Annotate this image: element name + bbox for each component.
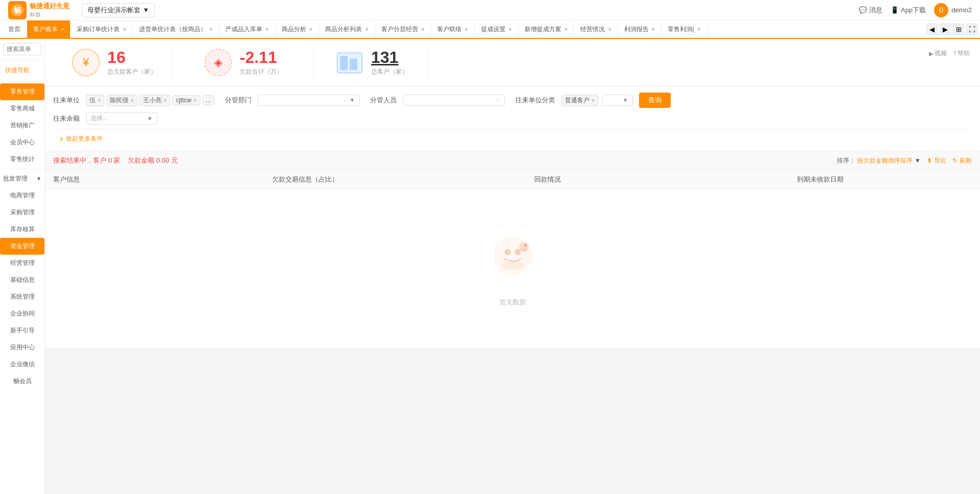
sort-select[interactable]: 排序： 按欠款金额倒序排序 ▼ — [837, 156, 921, 165]
filter-area: 往来单位 伍 × 陈民强 × 王小亮 × cjttcw — [45, 86, 980, 152]
balance-filter-select[interactable]: 选择... ▼ — [86, 112, 157, 125]
tab-purchase-order-stat[interactable]: 采购订单统计表 × — [71, 20, 132, 38]
close-tab-customer-contact[interactable]: × — [465, 26, 468, 32]
tab-customer-capital[interactable]: 客户账本 × — [27, 20, 71, 38]
col-duedate-header: 到期未收款日期 — [797, 175, 972, 184]
tab-product-analysis-list[interactable]: 商品分析列表 × — [319, 20, 375, 38]
sidebar-item-purchase[interactable]: 采购管理 — [0, 204, 44, 221]
remove-tag-wangxl[interactable]: × — [164, 97, 167, 103]
svg-text:◈: ◈ — [214, 56, 223, 68]
sidebar-item-new-guide[interactable]: 新手引导 — [0, 322, 44, 339]
message-button[interactable]: 💬 消息 — [859, 6, 882, 15]
search-input[interactable] — [3, 43, 41, 55]
tab-operations[interactable]: 经营情况 × — [574, 20, 618, 38]
sidebar: 快捷导航 零售管理 零售商城 营销推广 会员中心 零售统计 批发管理 ▼ 电商管… — [0, 39, 45, 494]
close-tab-retail-profit[interactable]: × — [697, 26, 700, 32]
help-button[interactable]: ? 帮助 — [953, 49, 970, 58]
close-tab-operations[interactable]: × — [608, 26, 611, 32]
tab-customer-contact[interactable]: 客户联络 × — [431, 20, 474, 38]
close-tab-profit-report[interactable]: × — [652, 26, 655, 32]
close-tab-promotion-settings[interactable]: × — [509, 26, 512, 32]
tab-fullscreen-button[interactable]: ⛶ — [966, 23, 978, 35]
collapse-button[interactable]: ∧ 收起更多条件 — [53, 132, 972, 145]
close-tab-purchase-order[interactable]: × — [123, 26, 126, 32]
remove-tag-normal-customer[interactable]: × — [591, 97, 595, 103]
main-content: ¥ 16 总欠款客户（家） ◈ -2.11 欠款合计（ — [45, 39, 980, 494]
tab-purchase-stat-product[interactable]: 进货单统计表（按商品） × — [133, 20, 219, 38]
sidebar-item-member-center[interactable]: 会员中心 — [0, 134, 44, 151]
filter-tag-more[interactable]: ... — [202, 95, 215, 105]
sidebar-item-enterprise-collab[interactable]: 企业协同 — [0, 305, 44, 322]
remove-tag-wu[interactable]: × — [98, 97, 101, 103]
sidebar-item-quick-nav[interactable]: 快捷导航 — [2, 63, 42, 78]
sidebar-item-wholesale-mgmt[interactable]: 批发管理 ▼ — [0, 170, 44, 187]
export-button[interactable]: ⬆ 导出 — [927, 156, 946, 165]
close-tab-new-promotion-plan[interactable]: × — [564, 26, 567, 32]
sidebar-item-enterprise-wechat[interactable]: 企业微信 — [0, 356, 44, 373]
close-tab-customer-tier[interactable]: × — [421, 26, 424, 32]
sidebar-item-finance[interactable]: 资金管理 — [0, 238, 44, 255]
tab-retail-profit[interactable]: 零售利润( × — [662, 20, 707, 38]
tab-product-instock[interactable]: 产成品入库单 × — [219, 20, 275, 38]
dept-arrow-icon: ▼ — [349, 97, 355, 104]
sidebar-item-marketing[interactable]: 营销推广 — [0, 117, 44, 134]
refresh-button[interactable]: ↻ 刷新 — [952, 156, 972, 165]
dept-expand-icon: ··· — [342, 97, 347, 104]
filter-tag-wu[interactable]: 伍 × — [86, 95, 104, 106]
unit-type-select[interactable]: ▼ — [602, 95, 633, 106]
filter-tag-cjttcw[interactable]: cjttcw × — [172, 95, 200, 105]
tab-next-button[interactable]: ▶ — [939, 23, 951, 35]
tab-expand-button[interactable]: ⊞ — [952, 23, 965, 35]
person-filter-label: 分管人员 — [370, 96, 397, 105]
stats-help: ▶ 视频 ? 帮助 — [929, 47, 970, 58]
video-help-button[interactable]: ▶ 视频 — [929, 49, 947, 58]
customers-label: 总欠款客户（家） — [107, 68, 156, 76]
app-download-button[interactable]: 📱 App下载 — [891, 6, 926, 15]
sidebar-item-system[interactable]: 系统管理 — [0, 288, 44, 305]
top-bar-right: 💬 消息 📱 App下载 D demo2 — [859, 3, 972, 17]
sidebar-item-basic-info[interactable]: 基础信息 — [0, 272, 44, 288]
query-button[interactable]: 查询 — [639, 93, 671, 108]
tab-new-promotion-plan[interactable]: 新增提成方案 × — [518, 20, 574, 38]
stats-header: ¥ 16 总欠款客户（家） ◈ -2.11 欠款合计（ — [45, 39, 980, 86]
svg-point-11 — [505, 249, 511, 255]
avatar: D — [934, 3, 948, 17]
sort-arrow-icon: ▼ — [915, 157, 921, 164]
sidebar-item-operations-mgmt[interactable]: 经营管理 — [0, 255, 44, 272]
filter-tag-normal-customer[interactable]: 普通客户 × — [561, 95, 598, 106]
tab-customer-tier[interactable]: 客户分层经营 × — [375, 20, 431, 38]
store-selector[interactable]: 母婴行业演示帐套 ▼ — [82, 3, 155, 17]
dept-filter-select[interactable]: ··· ▼ — [258, 95, 360, 106]
sidebar-item-inventory[interactable]: 库存核算 — [0, 221, 44, 238]
close-tab-purchase-product[interactable]: × — [210, 26, 213, 32]
remove-tag-cjttcw[interactable]: × — [193, 97, 196, 103]
tab-promotion-settings[interactable]: 提成设置 × — [475, 20, 518, 38]
tab-profit-report[interactable]: 利润报告 × — [618, 20, 662, 38]
svg-point-14 — [524, 244, 527, 247]
results-info: 搜索结果中，客户 0 家 欠款金额 0.00 元 — [53, 156, 178, 165]
sidebar-item-retail-stats[interactable]: 零售统计 — [0, 151, 44, 168]
unit-filter-tags: 伍 × 陈民强 × 王小亮 × cjttcw × — [86, 95, 215, 106]
logo-icon: 畅 — [8, 1, 27, 19]
filter-tag-wangxl[interactable]: 王小亮 × — [140, 95, 170, 106]
close-tab-product-analysis-list[interactable]: × — [365, 26, 368, 32]
close-tab-product-analysis[interactable]: × — [309, 26, 312, 32]
tab-product-analysis[interactable]: 商品分析 × — [276, 20, 319, 38]
sidebar-item-free-member[interactable]: 畅会员 — [0, 373, 44, 390]
user-profile[interactable]: D demo2 — [934, 3, 972, 17]
collapse-icon: ∧ — [59, 136, 64, 143]
sidebar-divider-1 — [0, 82, 44, 82]
tab-prev-button[interactable]: ◀ — [926, 23, 938, 35]
filter-tag-chenmq[interactable]: 陈民强 × — [106, 95, 137, 106]
main-layout: 快捷导航 零售管理 零售商城 营销推广 会员中心 零售统计 批发管理 ▼ 电商管… — [0, 39, 980, 494]
person-filter-select[interactable]: ··· — [403, 95, 505, 106]
sidebar-item-ecommerce[interactable]: 电商管理 — [0, 187, 44, 204]
sidebar-item-retail-mgmt[interactable]: 零售管理 — [0, 83, 44, 100]
tab-home[interactable]: 首页 — [2, 20, 27, 38]
sidebar-item-retail-mall[interactable]: 零售商城 — [0, 100, 44, 117]
close-tab-customer-capital[interactable]: × — [61, 26, 64, 32]
logo-area: 畅 畅捷通好生意 标版 — [8, 1, 70, 19]
remove-tag-chenmq[interactable]: × — [130, 97, 133, 103]
sidebar-item-app-center[interactable]: 应用中心 — [0, 339, 44, 356]
close-tab-instock[interactable]: × — [265, 26, 268, 32]
